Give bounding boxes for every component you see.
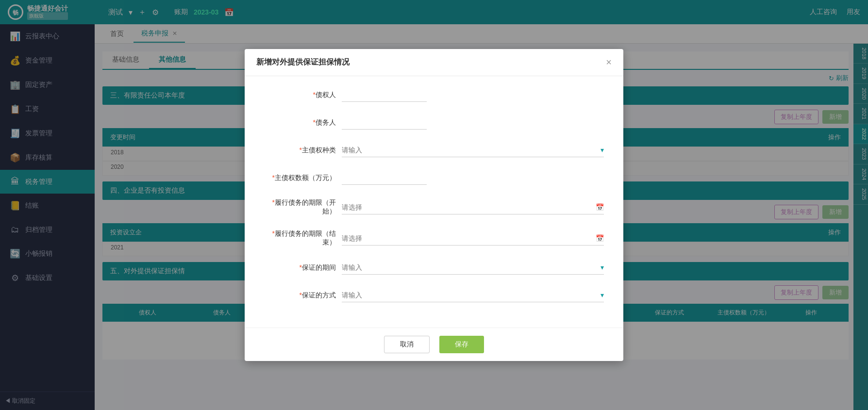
debt-amount-label: *主债权数额（万元） — [264, 174, 342, 182]
debt-type-arrow-icon: ▾ — [601, 146, 604, 154]
start-date-calendar-icon[interactable]: 📅 — [596, 203, 604, 211]
end-date-label: *履行债务的期限（结束） — [264, 230, 342, 247]
form-row-debt-amount: *主债权数额（万元） — [264, 171, 604, 185]
debt-type-input[interactable] — [342, 143, 604, 157]
form-row-creditor: *债权人 — [264, 88, 604, 102]
guarantee-method-label: *保证的方式 — [264, 291, 342, 300]
modal-header: 新增对外提供保证担保情况 × — [245, 49, 623, 76]
modal-dialog: 新增对外提供保证担保情况 × *债权人 *债务人 — [245, 49, 623, 361]
start-date-label: *履行债务的期限（开始） — [264, 198, 342, 216]
debtor-label: *债务人 — [264, 118, 342, 127]
guarantee-method-wrapper[interactable]: ▾ — [342, 288, 604, 302]
end-date-wrapper: 📅 — [342, 231, 604, 246]
form-row-guarantee-period: *保证的期间 ▾ — [264, 261, 604, 275]
debt-type-select-wrapper[interactable]: ▾ — [342, 143, 604, 157]
guarantee-period-arrow-icon: ▾ — [601, 263, 604, 271]
debt-type-label: *主债权种类 — [264, 146, 342, 155]
cancel-btn[interactable]: 取消 — [384, 336, 430, 353]
guarantee-method-arrow-icon: ▾ — [601, 291, 604, 299]
debt-amount-input-wrapper — [342, 171, 604, 185]
form-row-debt-type: *主债权种类 ▾ — [264, 143, 604, 157]
guarantee-period-input[interactable] — [342, 261, 604, 274]
modal-title: 新增对外提供保证担保情况 — [256, 57, 350, 67]
creditor-input[interactable] — [342, 88, 427, 102]
guarantee-method-input[interactable] — [342, 288, 604, 302]
modal-close-btn[interactable]: × — [606, 57, 612, 68]
form-row-start-date: *履行债务的期限（开始） 📅 — [264, 198, 604, 216]
end-date-input[interactable] — [342, 231, 604, 245]
creditor-label: *债权人 — [264, 91, 342, 99]
debt-amount-input[interactable] — [342, 171, 427, 185]
form-row-end-date: *履行债务的期限（结束） 📅 — [264, 230, 604, 247]
modal-overlay: 新增对外提供保证担保情况 × *债权人 *债务人 — [0, 0, 868, 410]
debtor-input[interactable] — [342, 115, 427, 130]
guarantee-period-label: *保证的期间 — [264, 263, 342, 272]
save-btn[interactable]: 保存 — [439, 336, 484, 353]
guarantee-period-wrapper[interactable]: ▾ — [342, 261, 604, 275]
end-date-calendar-icon[interactable]: 📅 — [596, 234, 604, 242]
form-row-debtor: *债务人 — [264, 115, 604, 130]
creditor-input-wrapper — [342, 88, 604, 102]
start-date-wrapper: 📅 — [342, 200, 604, 214]
start-date-input[interactable] — [342, 200, 604, 214]
modal-body: *债权人 *债务人 *主债权种类 — [245, 76, 623, 328]
modal-footer: 取消 保存 — [245, 328, 623, 361]
debtor-input-wrapper — [342, 115, 604, 130]
form-row-guarantee-method: *保证的方式 ▾ — [264, 288, 604, 302]
